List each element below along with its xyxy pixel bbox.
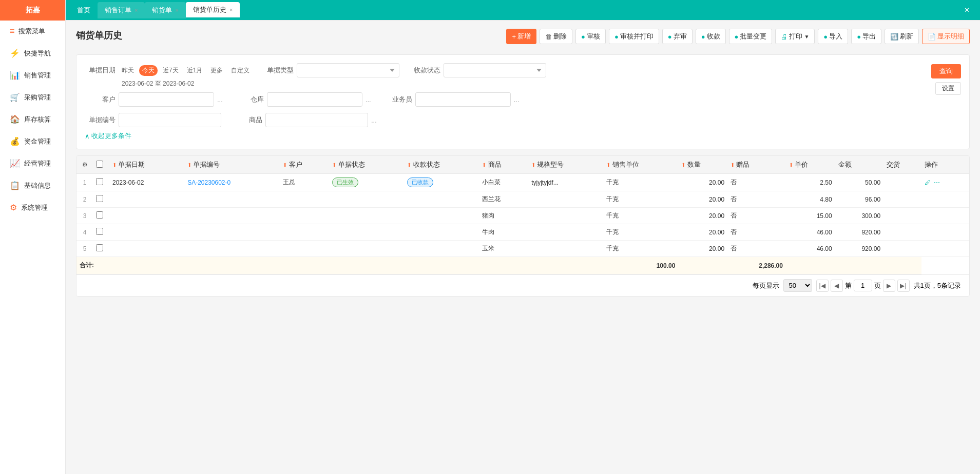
new-button[interactable]: + 新增 xyxy=(506,29,536,44)
col-goods[interactable]: ⬆ 商品 xyxy=(479,156,528,174)
sidebar-item-purchase-mgmt[interactable]: 🛒 采购管理 xyxy=(0,86,65,108)
warehouse-dots[interactable]: ... xyxy=(366,96,371,104)
row-action-2 xyxy=(921,208,969,224)
sidebar-item-label: 采购管理 xyxy=(24,93,51,102)
row-transaction-1 xyxy=(883,191,921,208)
col-spec-type[interactable]: ⬆ 规格型号 xyxy=(528,156,603,174)
tab-sales-goods[interactable]: 销货单 × xyxy=(145,2,185,18)
sidebar-item-label: 经营管理 xyxy=(24,159,51,168)
collect-status-label: 收款状态 xyxy=(410,66,440,75)
next-page-btn[interactable]: ▶ xyxy=(883,280,895,292)
collapse-button[interactable]: ∧ 收起更多条件 xyxy=(85,131,961,141)
window-close-btn[interactable]: ✕ xyxy=(964,6,976,14)
col-quantity[interactable]: ⬆ 数量 xyxy=(678,156,727,174)
select-all-checkbox[interactable] xyxy=(96,161,103,168)
col-gift-label: 赠品 xyxy=(736,161,750,168)
date-btn-1month[interactable]: 近1月 xyxy=(184,65,206,76)
print-button[interactable]: 🖨 打印 ▼ xyxy=(775,29,815,44)
sidebar-item-quick-nav[interactable]: ⚡ 快捷导航 xyxy=(0,42,65,64)
col-sales-unit[interactable]: ⬆ 销售单位 xyxy=(603,156,678,174)
tab-sales-goods-close[interactable]: × xyxy=(175,7,178,13)
salesperson-dots[interactable]: ... xyxy=(514,96,520,104)
prev-page-btn[interactable]: ◀ xyxy=(831,280,843,292)
settings-button[interactable]: 设置 xyxy=(935,82,961,95)
row-checkbox[interactable] xyxy=(96,244,103,251)
sidebar-item-search-menu[interactable]: ≡ 搜索菜单 xyxy=(0,21,65,42)
date-btn-yesterday[interactable]: 昨天 xyxy=(119,65,137,76)
row-collect-status-2 xyxy=(404,208,479,224)
col-customer[interactable]: ⬆ 客户 xyxy=(280,156,329,174)
date-btn-custom[interactable]: 自定义 xyxy=(228,65,253,76)
audit-print-button[interactable]: ● 审核并打印 xyxy=(609,29,659,44)
last-page-btn[interactable]: ▶| xyxy=(897,280,910,292)
col-gift[interactable]: ⬆ 赠品 xyxy=(727,156,786,174)
col-doc-date[interactable]: ⬆ 单据日期 xyxy=(109,156,184,174)
col-unit-price[interactable]: ⬆ 单价 xyxy=(786,156,835,174)
col-doc-no-icon: ⬆ xyxy=(187,162,191,168)
salesperson-label: 业务员 xyxy=(381,95,412,104)
row-checkbox-2[interactable] xyxy=(93,208,109,224)
refresh-button[interactable]: 🔃 刷新 xyxy=(885,29,919,44)
row-doc-date-4 xyxy=(109,241,184,257)
delete-button[interactable]: 🗑 删除 xyxy=(540,29,572,44)
tab-sales-history[interactable]: 销货单历史 × xyxy=(186,2,240,18)
date-btn-7days[interactable]: 近7天 xyxy=(160,65,182,76)
refresh-label: 刷新 xyxy=(900,32,913,41)
page-nav: |◀ ◀ 第 页 ▶ ▶| xyxy=(816,280,910,292)
collect-button[interactable]: ● 收款 xyxy=(696,29,726,44)
collect-status-select[interactable] xyxy=(444,63,546,77)
col-settings[interactable]: ⚙ xyxy=(76,156,93,174)
page-size-select[interactable]: 50 100 xyxy=(783,279,812,292)
customer-dots[interactable]: ... xyxy=(217,96,223,104)
sidebar-item-finance[interactable]: 💰 资金管理 xyxy=(0,130,65,152)
abandon-button[interactable]: ● 弃审 xyxy=(662,29,693,44)
tab-sales-order[interactable]: 销售订单 × xyxy=(98,2,145,18)
col-collect-status[interactable]: ⬆ 收款状态 xyxy=(404,156,479,174)
page-number-input[interactable] xyxy=(854,280,872,291)
date-btn-today[interactable]: 今天 xyxy=(139,65,158,76)
row-checkbox[interactable] xyxy=(96,195,103,202)
row-checkbox[interactable] xyxy=(96,211,103,219)
sidebar-item-inventory[interactable]: 🏠 库存核算 xyxy=(0,108,65,130)
col-doc-status[interactable]: ⬆ 单据状态 xyxy=(329,156,404,174)
filter-row-3: 单据编号 商品 ... xyxy=(85,113,923,127)
tab-sales-history-close[interactable]: × xyxy=(229,7,233,13)
export-button[interactable]: ● 导出 xyxy=(851,29,881,44)
col-doc-no[interactable]: ⬆ 单据编号 xyxy=(184,156,280,174)
sidebar-item-operations[interactable]: 📈 经营管理 xyxy=(0,152,65,174)
row-checkbox-3[interactable] xyxy=(93,224,109,241)
sidebar-item-sys-mgmt[interactable]: ⚙ 系统管理 xyxy=(0,196,65,219)
doc-no-input[interactable] xyxy=(119,113,221,127)
date-btn-more[interactable]: 更多 xyxy=(207,65,226,76)
row-checkbox-1[interactable] xyxy=(93,191,109,208)
customer-input[interactable] xyxy=(119,92,214,107)
import-button[interactable]: ● 导入 xyxy=(818,29,848,44)
row-doc-no-0[interactable]: SA-20230602-0 xyxy=(184,174,280,191)
import-label: 导入 xyxy=(829,32,842,41)
row-checkbox[interactable] xyxy=(96,178,103,185)
edit-action-btn[interactable]: 🖊 xyxy=(925,179,931,186)
query-button[interactable]: 查询 xyxy=(931,64,961,78)
goods-dots[interactable]: ... xyxy=(371,116,377,124)
warehouse-input[interactable] xyxy=(267,92,362,107)
row-checkbox-0[interactable] xyxy=(93,174,109,191)
row-checkbox-4[interactable] xyxy=(93,241,109,257)
salesperson-input[interactable] xyxy=(415,92,511,107)
sidebar-item-base-info[interactable]: 📋 基础信息 xyxy=(0,174,65,196)
show-detail-button[interactable]: 📄 显示明细 xyxy=(922,29,970,44)
tab-home[interactable]: 首页 xyxy=(70,2,98,18)
more-action-btn[interactable]: ⋯ xyxy=(934,179,940,186)
row-checkbox[interactable] xyxy=(96,228,103,235)
row-doc-status-3 xyxy=(329,224,404,241)
first-page-btn[interactable]: |◀ xyxy=(816,280,829,292)
tab-sales-order-close[interactable]: × xyxy=(134,7,138,13)
col-unit-price-icon: ⬆ xyxy=(789,162,793,168)
col-spec-type-label: 规格型号 xyxy=(537,161,564,168)
sidebar-item-sales-mgmt[interactable]: 📊 销售管理 xyxy=(0,64,65,86)
doc-type-select[interactable] xyxy=(297,63,399,77)
batch-change-button[interactable]: ● 批量变更 xyxy=(729,29,773,44)
row-quantity-1: 20.00 xyxy=(678,191,727,208)
tab-bar: 首页 销售订单 × 销货单 × 销货单历史 × ✕ xyxy=(66,0,980,21)
audit-button[interactable]: ● 审核 xyxy=(575,29,606,44)
goods-input[interactable] xyxy=(265,113,368,127)
